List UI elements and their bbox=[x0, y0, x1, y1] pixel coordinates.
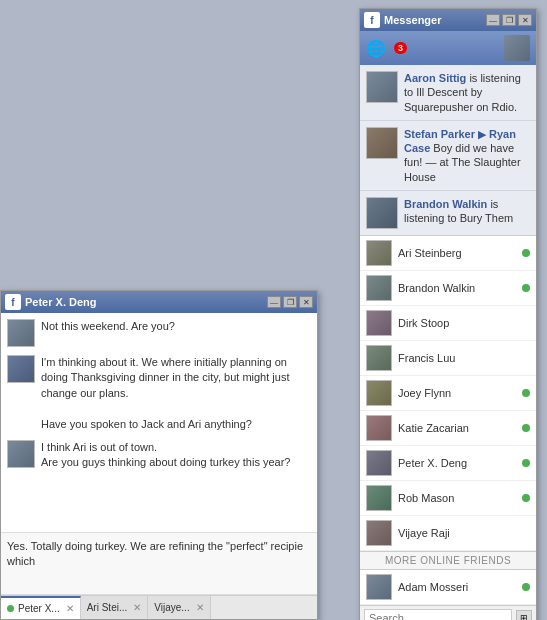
chat-tab-bar: Peter X... ✕ Ari Stei... ✕ Vijaye... ✕ bbox=[1, 595, 317, 619]
online-indicator-adam bbox=[522, 583, 530, 591]
notification-badge: 3 bbox=[394, 42, 407, 54]
news-feed: Aaron Sittig is listening to Ill Descent… bbox=[360, 65, 536, 236]
friend-name-adam: Adam Mosseri bbox=[398, 581, 516, 593]
chat-messenger-icon: f bbox=[5, 294, 21, 310]
messenger-window-controls: — ❐ ✕ bbox=[486, 14, 532, 26]
chat-titlebar-left: f Peter X. Deng bbox=[5, 294, 97, 310]
messenger-titlebar-left: f Messenger bbox=[364, 12, 441, 28]
news-name-aaron: Aaron Sittig bbox=[404, 72, 466, 84]
chat-restore-button[interactable]: ❐ bbox=[283, 296, 297, 308]
message-1: Not this weekend. Are you? bbox=[7, 319, 311, 347]
friends-list: Ari Steinberg Brandon Walkin Dirk Stoop … bbox=[360, 236, 536, 605]
friend-item-rob[interactable]: Rob Mason bbox=[360, 481, 536, 516]
online-indicator-rob bbox=[522, 494, 530, 502]
news-avatar-brandon bbox=[366, 197, 398, 229]
messenger-restore-button[interactable]: ❐ bbox=[502, 14, 516, 26]
tab-label-vijaye: Vijaye... bbox=[154, 602, 189, 613]
search-input[interactable] bbox=[364, 609, 512, 620]
message-text-2: I'm thinking about it. We where initiall… bbox=[41, 355, 311, 432]
online-indicator-peter bbox=[522, 459, 530, 467]
friend-item-ari[interactable]: Ari Steinberg bbox=[360, 236, 536, 271]
message-text-3: I think Ari is out of town.Are you guys … bbox=[41, 440, 311, 471]
message-avatar-2 bbox=[7, 355, 35, 383]
friend-name-joey: Joey Flynn bbox=[398, 387, 516, 399]
globe-icon[interactable]: 🌐 bbox=[366, 39, 386, 58]
messenger-search-bar: ⊞ bbox=[360, 605, 536, 620]
news-item-brandon[interactable]: Brandon Walkin is listening to Bury Them bbox=[360, 191, 536, 235]
friend-name-francis: Francis Luu bbox=[398, 352, 530, 364]
tab-close-peter[interactable]: ✕ bbox=[66, 603, 74, 614]
chat-window-controls: — ❐ ✕ bbox=[267, 296, 313, 308]
friend-item-peter[interactable]: Peter X. Deng bbox=[360, 446, 536, 481]
search-icon[interactable]: ⊞ bbox=[516, 610, 532, 620]
friend-avatar-joey bbox=[366, 380, 392, 406]
friend-avatar-adam bbox=[366, 574, 392, 600]
chat-input[interactable]: Yes. Totally doing turkey. We are refini… bbox=[7, 539, 311, 585]
chat-close-button[interactable]: ✕ bbox=[299, 296, 313, 308]
more-online-label: MORE ONLINE FRIENDS bbox=[360, 551, 536, 570]
online-indicator-joey bbox=[522, 389, 530, 397]
friend-name-katie: Katie Zacarian bbox=[398, 422, 516, 434]
friend-item-dirk[interactable]: Dirk Stoop bbox=[360, 306, 536, 341]
tab-label-peter: Peter X... bbox=[18, 603, 60, 614]
messenger-logo-icon: f bbox=[364, 12, 380, 28]
messenger-title: Messenger bbox=[384, 14, 441, 26]
chat-tab-vijaye[interactable]: Vijaye... ✕ bbox=[148, 596, 210, 619]
friend-name-vijaye: Vijaye Raji bbox=[398, 527, 530, 539]
news-avatar-stefan bbox=[366, 127, 398, 159]
friend-name-dirk: Dirk Stoop bbox=[398, 317, 530, 329]
chat-minimize-button[interactable]: — bbox=[267, 296, 281, 308]
friend-avatar-rob bbox=[366, 485, 392, 511]
news-text-brandon: Brandon Walkin is listening to Bury Them bbox=[404, 197, 530, 229]
chat-tab-peter[interactable]: Peter X... ✕ bbox=[1, 596, 81, 619]
friend-avatar-brandon bbox=[366, 275, 392, 301]
friend-item-brandon[interactable]: Brandon Walkin bbox=[360, 271, 536, 306]
messenger-panel: f Messenger — ❐ ✕ 🌐 3 Aaron Sittig is li… bbox=[359, 8, 537, 620]
messenger-topbar: 🌐 3 bbox=[360, 31, 536, 65]
chat-window-peter: f Peter X. Deng — ❐ ✕ Not this weekend. … bbox=[0, 290, 318, 620]
friend-item-vijaye[interactable]: Vijaye Raji bbox=[360, 516, 536, 551]
chat-tab-ari[interactable]: Ari Stei... ✕ bbox=[81, 596, 149, 619]
friend-item-joey[interactable]: Joey Flynn bbox=[360, 376, 536, 411]
friend-avatar-dirk bbox=[366, 310, 392, 336]
news-text-stefan: Stefan Parker ▶ Ryan Case Boy did we hav… bbox=[404, 127, 530, 184]
chat-input-area: Yes. Totally doing turkey. We are refini… bbox=[1, 533, 317, 595]
message-3: I think Ari is out of town.Are you guys … bbox=[7, 440, 311, 471]
tab-close-vijaye[interactable]: ✕ bbox=[196, 602, 204, 613]
friend-name-ari: Ari Steinberg bbox=[398, 247, 516, 259]
user-avatar[interactable] bbox=[504, 35, 530, 61]
chat-messages-area: Not this weekend. Are you? I'm thinking … bbox=[1, 313, 317, 533]
messenger-close-button[interactable]: ✕ bbox=[518, 14, 532, 26]
friend-item-adam[interactable]: Adam Mosseri bbox=[360, 570, 536, 605]
news-name-stefan: Stefan Parker bbox=[404, 128, 475, 140]
news-avatar-aaron bbox=[366, 71, 398, 103]
messenger-minimize-button[interactable]: — bbox=[486, 14, 500, 26]
messenger-titlebar: f Messenger — ❐ ✕ bbox=[360, 9, 536, 31]
friend-avatar-katie bbox=[366, 415, 392, 441]
news-item-stefan[interactable]: Stefan Parker ▶ Ryan Case Boy did we hav… bbox=[360, 121, 536, 191]
friend-name-rob: Rob Mason bbox=[398, 492, 516, 504]
news-text-aaron: Aaron Sittig is listening to Ill Descent… bbox=[404, 71, 530, 114]
chat-titlebar: f Peter X. Deng — ❐ ✕ bbox=[1, 291, 317, 313]
online-indicator-katie bbox=[522, 424, 530, 432]
tab-online-dot-peter bbox=[7, 605, 14, 612]
news-arrow-stefan: ▶ bbox=[478, 128, 489, 140]
friend-item-katie[interactable]: Katie Zacarian bbox=[360, 411, 536, 446]
news-item-aaron[interactable]: Aaron Sittig is listening to Ill Descent… bbox=[360, 65, 536, 121]
message-2: I'm thinking about it. We where initiall… bbox=[7, 355, 311, 432]
message-avatar-1 bbox=[7, 319, 35, 347]
online-indicator-brandon bbox=[522, 284, 530, 292]
news-name-brandon: Brandon Walkin bbox=[404, 198, 487, 210]
tab-close-ari[interactable]: ✕ bbox=[133, 602, 141, 613]
message-text-1: Not this weekend. Are you? bbox=[41, 319, 311, 334]
friend-avatar-francis bbox=[366, 345, 392, 371]
message-avatar-3 bbox=[7, 440, 35, 468]
friend-avatar-ari bbox=[366, 240, 392, 266]
friend-name-brandon: Brandon Walkin bbox=[398, 282, 516, 294]
online-indicator-ari bbox=[522, 249, 530, 257]
friend-name-peter: Peter X. Deng bbox=[398, 457, 516, 469]
friend-avatar-peter bbox=[366, 450, 392, 476]
chat-title: Peter X. Deng bbox=[25, 296, 97, 308]
friend-item-francis[interactable]: Francis Luu bbox=[360, 341, 536, 376]
tab-label-ari: Ari Stei... bbox=[87, 602, 128, 613]
